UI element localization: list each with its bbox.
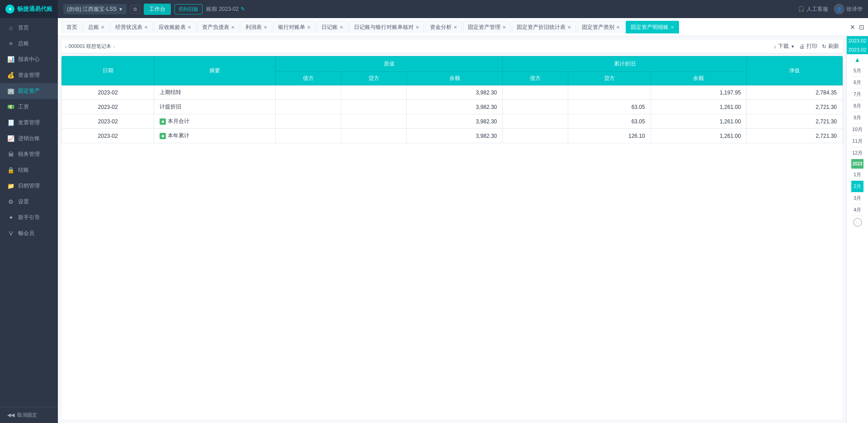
tab-close-icon[interactable]: ✕	[670, 25, 674, 30]
breadcrumb-actions: ↓ 下载 ▼ 🖨 打印 ↻ 刷新	[774, 42, 839, 50]
tab-journal-reconcile[interactable]: 日记账与银行对账单核对 ✕	[349, 21, 424, 33]
cell-desc: 计提折旧	[154, 100, 276, 114]
tab-close-icon[interactable]: ✕	[231, 25, 235, 30]
close-all-icon[interactable]: ✕	[850, 24, 855, 31]
sidebar-item-label: 归档管理	[18, 182, 40, 190]
sidebar-item-invoice[interactable]: 🧾 发票管理	[0, 115, 58, 131]
sidebar-toggle[interactable]: ◀◀ 取消固定	[0, 407, 58, 423]
tab-asset-category[interactable]: 固定资产类别 ✕	[577, 21, 625, 33]
member-icon: V	[7, 230, 14, 237]
download-icon: ↓	[774, 43, 776, 50]
refresh-button[interactable]: ↻ 刷新	[822, 42, 839, 50]
print-button[interactable]: 🖨 打印	[799, 42, 817, 50]
date-month-item[interactable]: 5月	[851, 65, 863, 77]
tab-close-icon[interactable]: ✕	[567, 25, 571, 30]
tab-close-icon[interactable]: ✕	[502, 25, 506, 30]
date-month-item[interactable]: 6月	[851, 77, 863, 89]
sidebar-item-sales-ledger[interactable]: 📈 进销台账	[0, 131, 58, 146]
sidebar-item-member[interactable]: V 畅会员	[0, 226, 58, 241]
cell-acc-balance: 1,261.00	[651, 100, 746, 114]
tab-close-icon[interactable]: ✕	[415, 25, 419, 30]
tab-close-icon[interactable]: ✕	[144, 25, 148, 30]
tab-operations[interactable]: 经营状况表 ✕	[110, 21, 153, 33]
sidebar-item-reports[interactable]: 📊 报表中心	[0, 52, 58, 67]
date-month-item[interactable]: 11月	[851, 136, 863, 147]
date-month-item[interactable]: 2月	[851, 181, 863, 193]
chevron-down-icon: ▼	[791, 44, 795, 49]
row-badge: ■	[160, 133, 166, 139]
sidebar-item-archive[interactable]: 📁 归档管理	[0, 178, 58, 194]
tab-balance-sheet[interactable]: 资产负债表 ✕	[197, 21, 240, 33]
sidebar-item-label: 资金管理	[18, 71, 40, 79]
cell-acc-credit	[568, 85, 651, 100]
sidebar-item-label: 工资	[18, 103, 29, 111]
tab-label: 银行对账单	[278, 24, 305, 31]
date-circle[interactable]: ○	[853, 218, 862, 227]
tab-ar-aging[interactable]: 应收账龄表 ✕	[154, 21, 196, 33]
date-month-item[interactable]: 1月	[851, 169, 863, 181]
date-month-item[interactable]: 7月	[851, 89, 863, 100]
tab-close-icon[interactable]: ✕	[264, 25, 267, 30]
download-button[interactable]: ↓ 下载 ▼	[774, 42, 795, 50]
date-scroll-up[interactable]: ▲	[853, 54, 863, 65]
col-net-val: 净值	[746, 56, 842, 85]
cell-net-value: 2,784.35	[746, 85, 842, 100]
cell-date: 2023-02	[62, 114, 154, 129]
tab-close-icon[interactable]: ✕	[340, 25, 343, 30]
copy-button[interactable]: ⧉	[130, 5, 140, 14]
payroll-icon: 💵	[7, 103, 14, 110]
col-acc-credit: 贷方	[568, 72, 651, 85]
period-edit-icon[interactable]: ✎	[241, 6, 245, 12]
tab-close-icon[interactable]: ✕	[307, 25, 311, 30]
cell-acc-debit	[503, 129, 568, 143]
sidebar-item-settings[interactable]: ⚙ 设置	[0, 194, 58, 210]
tab-home[interactable]: 首页	[61, 21, 82, 33]
tab-ledger[interactable]: 总账 ✕	[83, 21, 109, 33]
company-selector[interactable]: (勿动) 江西服宝-LSS ▼	[63, 4, 127, 14]
sidebar-item-close[interactable]: 🔒 结账	[0, 162, 58, 178]
switch-version-button[interactable]: 切到旧版	[175, 4, 203, 14]
sidebar-item-tax[interactable]: 🏛 税务管理	[0, 146, 58, 162]
sidebar-item-label: 结账	[18, 166, 29, 174]
download-label: 下载	[778, 42, 789, 50]
tab-close-icon[interactable]: ✕	[188, 25, 191, 30]
sidebar-item-label: 进销台账	[18, 135, 40, 142]
tab-close-icon[interactable]: ✕	[101, 25, 104, 30]
sidebar-item-ledger[interactable]: ≡ 总账	[0, 36, 58, 52]
tab-bank-statement[interactable]: 银行对账单 ✕	[273, 21, 316, 33]
user-profile[interactable]: 👤 徐泽华	[834, 4, 863, 14]
tab-fixed-assets-mgmt[interactable]: 固定资产管理 ✕	[463, 21, 511, 33]
date-month-item[interactable]: 12月	[851, 147, 863, 159]
support-label: 人工客服	[807, 5, 828, 13]
col-acc-debit: 借方	[503, 72, 568, 85]
workbench-button[interactable]: 工作台	[144, 4, 171, 15]
tab-journal[interactable]: 日记账 ✕	[316, 21, 348, 33]
date-month-item[interactable]: 4月	[851, 204, 863, 216]
next-nav-icon[interactable]: ›	[113, 44, 115, 49]
sidebar-item-home[interactable]: ⌂ 首页	[0, 20, 58, 36]
support-link[interactable]: 🎧 人工客服	[798, 5, 828, 13]
date-month-item[interactable]: 3月	[851, 193, 863, 204]
tab-close-icon[interactable]: ✕	[453, 25, 457, 30]
tab-asset-detail[interactable]: 固定资产明细账 ✕	[626, 21, 679, 33]
date-month-item[interactable]: 8月	[851, 100, 863, 112]
prev-nav-icon[interactable]: ‹	[65, 44, 67, 49]
tab-profit[interactable]: 利润表 ✕	[241, 21, 272, 33]
cell-orig-debit	[276, 129, 341, 143]
tab-fund-analysis[interactable]: 资金分析 ✕	[425, 21, 462, 33]
date-month-item[interactable]: 2023	[851, 159, 863, 169]
sidebar-item-fixed-assets[interactable]: 🏢 固定资产	[0, 83, 58, 99]
sidebar-item-guide[interactable]: ✦ 新手引导	[0, 210, 58, 226]
breadcrumb-item: 000001 联想笔记本	[69, 43, 112, 50]
sidebar-item-payroll[interactable]: 💵 工资	[0, 99, 58, 115]
tab-close-icon[interactable]: ✕	[616, 25, 620, 30]
date-month-item[interactable]: 10月	[851, 124, 863, 136]
tab-label: 首页	[66, 24, 77, 31]
topbar-right: 🎧 人工客服 👤 徐泽华	[798, 4, 863, 14]
date-month-item[interactable]: 9月	[851, 112, 863, 124]
tab-depreciation-stats[interactable]: 固定资产折旧统计表 ✕	[512, 21, 576, 33]
asset-detail-table: 日期 摘要 原值 累计折旧 净值 借方 贷方 余额 借方 贷方 余额	[61, 56, 843, 143]
sidebar-item-funds[interactable]: 💰 资金管理	[0, 67, 58, 83]
restore-icon[interactable]: ⊡	[859, 24, 864, 31]
cell-net-value: 2,721.30	[746, 114, 842, 129]
